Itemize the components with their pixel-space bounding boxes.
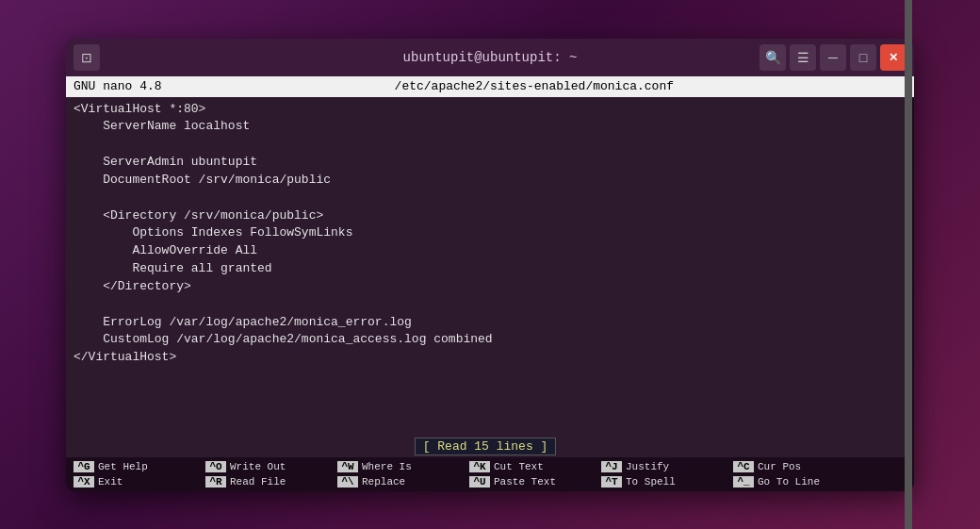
maximize-icon: □ — [859, 50, 867, 65]
key-read-file: ^R — [205, 476, 226, 488]
shortcut-justify: ^J Justify — [597, 460, 729, 473]
scrollbar[interactable] — [905, 97, 914, 491]
label-go-to-line: Go To Line — [758, 476, 820, 488]
shortcut-write-out: ^O Write Out — [202, 460, 334, 473]
key-cur-pos: ^C — [733, 461, 754, 472]
key-exit: ^X — [74, 476, 94, 488]
shortcut-replace: ^\ Replace — [334, 475, 466, 488]
status-bar: [ Read 15 lines ] — [66, 437, 905, 457]
label-get-help: Get Help — [98, 461, 148, 472]
window-title: ubuntupit@ubuntupit: ~ — [403, 50, 578, 65]
search-icon: 🔍 — [765, 50, 781, 65]
close-button[interactable]: ✕ — [880, 44, 906, 71]
shortcut-paste-text: ^U Paste Text — [466, 475, 597, 488]
shortcut-where-is: ^W Where Is — [334, 460, 466, 473]
shortcut-exit: ^X Exit — [70, 475, 202, 488]
shortcut-to-spell: ^T To Spell — [597, 475, 729, 488]
shortcut-get-help: ^G Get Help — [70, 460, 202, 473]
key-go-to-line: ^_ — [733, 476, 754, 488]
hamburger-button[interactable]: ☰ — [790, 44, 816, 71]
label-write-out: Write Out — [230, 461, 286, 472]
maximize-button[interactable]: □ — [850, 44, 876, 71]
key-justify: ^J — [601, 461, 622, 472]
menu-icon: ⊡ — [81, 50, 92, 65]
key-cut-text: ^K — [469, 461, 490, 472]
key-write-out: ^O — [205, 461, 226, 472]
shortcut-go-to-line: ^_ Go To Line — [729, 475, 861, 488]
editor-content: <VirtualHost *:80> ServerName localhost … — [74, 101, 897, 433]
shortcut-cut-text: ^K Cut Text — [466, 460, 597, 473]
shortcut-row-1: ^G Get Help ^O Write Out ^W Where Is ^K … — [66, 459, 905, 474]
titlebar-left: ⊡ — [74, 44, 100, 71]
close-icon: ✕ — [889, 51, 898, 64]
editor-area[interactable]: <VirtualHost *:80> ServerName localhost … — [66, 97, 905, 437]
shortcut-bar: ^G Get Help ^O Write Out ^W Where Is ^K … — [66, 457, 905, 491]
shortcut-row-2: ^X Exit ^R Read File ^\ Replace ^U Paste… — [66, 474, 905, 489]
label-cur-pos: Cur Pos — [758, 461, 801, 472]
titlebar-right: 🔍 ☰ ─ □ ✕ — [760, 44, 906, 71]
label-read-file: Read File — [230, 476, 286, 488]
nano-version: GNU nano 4.8 — [74, 79, 162, 93]
terminal-window: ⊡ ubuntupit@ubuntupit: ~ 🔍 ☰ ─ □ ✕ GNU n… — [66, 39, 914, 491]
editor-wrapper: <VirtualHost *:80> ServerName localhost … — [66, 97, 905, 491]
key-paste-text: ^U — [469, 476, 490, 488]
label-cut-text: Cut Text — [494, 461, 544, 472]
key-get-help: ^G — [74, 461, 94, 472]
label-to-spell: To Spell — [626, 476, 676, 488]
key-where-is: ^W — [337, 461, 358, 472]
label-justify: Justify — [626, 461, 669, 472]
titlebar: ⊡ ubuntupit@ubuntupit: ~ 🔍 ☰ ─ □ ✕ — [66, 39, 914, 76]
nano-header: GNU nano 4.8 /etc/apache2/sites-enabled/… — [66, 76, 914, 97]
minimize-icon: ─ — [828, 50, 838, 65]
label-paste-text: Paste Text — [494, 476, 556, 488]
hamburger-icon: ☰ — [797, 50, 809, 65]
menu-button[interactable]: ⊡ — [74, 44, 100, 71]
nano-filename: /etc/apache2/sites-enabled/monica.conf — [162, 79, 906, 93]
shortcut-cur-pos: ^C Cur Pos — [729, 460, 861, 473]
minimize-button[interactable]: ─ — [820, 44, 846, 71]
search-button[interactable]: 🔍 — [760, 44, 786, 71]
status-message: [ Read 15 lines ] — [415, 438, 557, 455]
label-exit: Exit — [98, 476, 122, 488]
window-scroll: <VirtualHost *:80> ServerName localhost … — [66, 97, 914, 491]
scrollbar-thumb — [905, 97, 912, 491]
shortcut-read-file: ^R Read File — [202, 475, 334, 488]
key-to-spell: ^T — [601, 476, 622, 488]
key-replace: ^\ — [337, 476, 358, 488]
label-replace: Replace — [362, 476, 405, 488]
label-where-is: Where Is — [362, 461, 412, 472]
